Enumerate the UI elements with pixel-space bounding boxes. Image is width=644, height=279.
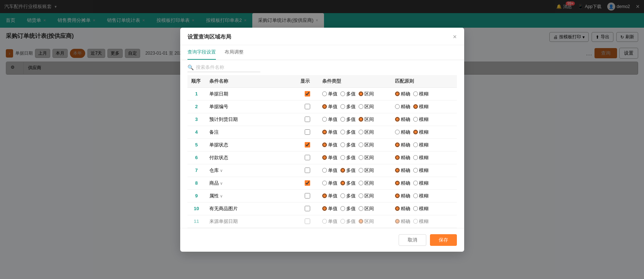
modal-search: 🔍: [180, 60, 464, 75]
modal-tab-query-fields[interactable]: 查询字段设置: [187, 45, 216, 60]
modal-table-head: 顺序 条件名称 显示 条件类型 匹配原则: [187, 75, 457, 79]
modal-table: 顺序 条件名称 显示 条件类型 匹配原则 1单据日期单值多值区间精确模糊2单据编…: [187, 75, 457, 79]
modal-dialog: 设置查询区域布局 × 查询字段设置 布局调整 🔍 顺序: [180, 28, 464, 79]
modal-header: 设置查询区域布局 ×: [180, 28, 464, 45]
th-order: 顺序: [187, 75, 206, 79]
modal-title: 设置查询区域布局: [187, 34, 231, 40]
modal-backdrop: 设置查询区域布局 × 查询字段设置 布局调整 🔍 顺序: [0, 0, 644, 79]
modal-close-btn[interactable]: ×: [453, 34, 457, 40]
th-cond-name: 条件名称: [206, 75, 297, 79]
modal-tabs: 查询字段设置 布局调整: [180, 45, 464, 60]
search-icon: 🔍: [187, 64, 194, 70]
modal-tab-layout-adjust[interactable]: 布局调整: [225, 45, 244, 60]
th-match: 匹配原则: [391, 75, 457, 79]
th-type: 条件类型: [319, 75, 391, 79]
search-wrap: 🔍: [187, 64, 260, 72]
modal-table-wrap: 顺序 条件名称 显示 条件类型 匹配原则 1单据日期单值多值区间精确模糊2单据编…: [187, 75, 457, 79]
search-input[interactable]: [196, 64, 254, 70]
th-show: 显示: [297, 75, 319, 79]
modal-table-header-row: 顺序 条件名称 显示 条件类型 匹配原则: [187, 75, 457, 79]
